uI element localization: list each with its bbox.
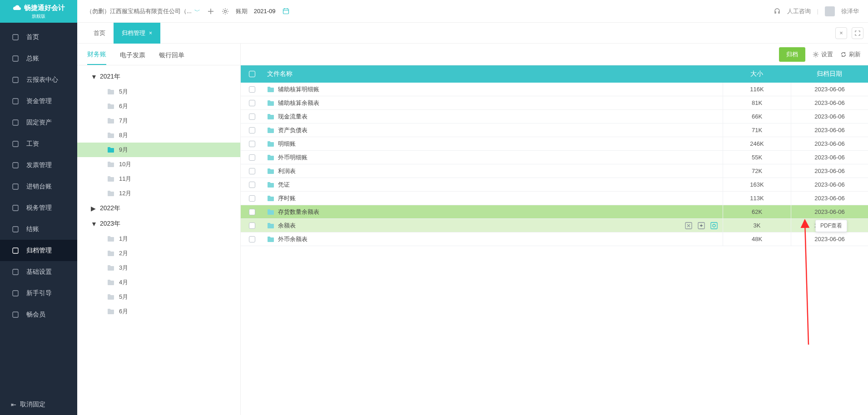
tab-archive[interactable]: 归档管理 × xyxy=(114,23,160,44)
sidebar-unpin[interactable]: ⇤ 取消固定 xyxy=(0,394,77,415)
refresh-icon xyxy=(840,51,847,58)
sidebar-item-fund[interactable]: 资金管理 xyxy=(0,90,77,112)
file-size: 116K xyxy=(723,83,791,96)
table-row[interactable]: 辅助核算余额表81K2023-06-06 xyxy=(241,96,868,110)
table-row[interactable]: 外币明细账55K2023-06-06 xyxy=(241,151,868,164)
row-checkbox[interactable] xyxy=(249,114,255,120)
table-row[interactable]: 利润表72K2023-06-06 xyxy=(241,164,868,178)
subtab-bank[interactable]: 银行回单 xyxy=(159,51,184,65)
consult-link[interactable]: 人工咨询 xyxy=(787,7,811,15)
sidebar-item-vip[interactable]: 畅会员 xyxy=(0,304,77,325)
tree-month-label: 5月 xyxy=(119,88,128,96)
pdf-download-icon[interactable] xyxy=(697,222,705,230)
table-row[interactable]: 凭证163K2023-06-06 xyxy=(241,178,868,192)
table-row[interactable]: 明细账246K2023-06-06 xyxy=(241,137,868,151)
sidebar-item-tax[interactable]: 税务管理 xyxy=(0,197,77,218)
table-row[interactable]: 辅助核算明细账116K2023-06-06 xyxy=(241,83,868,96)
row-checkbox[interactable] xyxy=(249,195,255,202)
folder-icon xyxy=(267,114,274,120)
tab-home[interactable]: 首页 xyxy=(85,23,114,44)
table-row[interactable]: 现金流量表66K2023-06-06 xyxy=(241,110,868,124)
archive-button[interactable]: 归档 xyxy=(779,47,805,62)
row-checkbox[interactable] xyxy=(249,168,255,174)
sidebar-item-stock[interactable]: 进销台账 xyxy=(0,176,77,197)
avatar[interactable] xyxy=(825,6,835,16)
tree-month-label: 12月 xyxy=(119,189,131,198)
row-checkbox[interactable] xyxy=(249,141,255,147)
sidebar-item-ledger[interactable]: 总账 xyxy=(0,48,77,69)
tree-month[interactable]: 5月 xyxy=(77,84,240,99)
settings-link[interactable]: 设置 xyxy=(813,50,833,59)
sidebar-item-guide[interactable]: 新手引导 xyxy=(0,282,77,304)
row-checkbox[interactable] xyxy=(249,222,255,229)
row-checkbox[interactable] xyxy=(249,100,255,106)
file-name: 序时账 xyxy=(278,194,296,203)
sidebar-item-close-period[interactable]: 结账 xyxy=(0,218,77,240)
sidebar-item-report[interactable]: 云报表中心 xyxy=(0,69,77,90)
tree-month[interactable]: 5月 xyxy=(77,290,240,304)
tree-month[interactable]: 2月 xyxy=(77,246,240,261)
table-row[interactable]: 序时账113K2023-06-06 xyxy=(241,192,868,205)
row-checkbox[interactable] xyxy=(249,127,255,133)
checkbox-all[interactable] xyxy=(249,71,255,77)
table-row[interactable]: 存货数量余额表62K2023-06-06 xyxy=(241,205,868,219)
fullscreen-icon[interactable] xyxy=(852,27,863,39)
excel-download-icon[interactable] xyxy=(684,222,693,230)
tree-month[interactable]: 6月 xyxy=(77,304,240,319)
tree-month[interactable]: 11月 xyxy=(77,172,240,186)
gear-icon[interactable] xyxy=(221,7,229,15)
company-selector[interactable]: （勿删）江西服宝精品有限责任公司（... ﹀ xyxy=(86,7,200,15)
tree-month-label: 10月 xyxy=(119,160,131,168)
table-row[interactable]: 外币余额表48K2023-06-06 xyxy=(241,232,868,246)
close-tab-button[interactable]: × xyxy=(835,27,847,39)
tree-month[interactable]: 9月 xyxy=(77,143,240,157)
sidebar-item-home[interactable]: 首页 xyxy=(0,26,77,48)
archive-date: 2023-06-06 xyxy=(791,96,868,109)
tree-month[interactable]: 4月 xyxy=(77,275,240,290)
tree-year[interactable]: ▼2023年 xyxy=(77,216,240,232)
tree-month[interactable]: 8月 xyxy=(77,128,240,143)
file-name: 利润表 xyxy=(278,167,296,175)
close-icon[interactable]: × xyxy=(149,30,152,36)
sidebar-item-salary[interactable]: 工资 xyxy=(0,133,77,154)
row-checkbox[interactable] xyxy=(249,236,255,242)
svg-point-14 xyxy=(224,10,226,12)
settings-label: 设置 xyxy=(821,50,833,59)
sidebar-item-invoice[interactable]: 发票管理 xyxy=(0,154,77,176)
folder-icon xyxy=(267,209,274,215)
table-row[interactable]: 资产负债表71K2023-06-06 xyxy=(241,124,868,137)
folder-icon xyxy=(267,236,274,242)
tree-year[interactable]: ▼2021年 xyxy=(77,69,240,84)
calendar-icon[interactable] xyxy=(282,7,290,15)
tree-year[interactable]: ▶2022年 xyxy=(77,201,240,216)
tree-month-label: 11月 xyxy=(119,175,131,183)
tree-month[interactable]: 6月 xyxy=(77,99,240,114)
archive-date: 2023-06-06 xyxy=(791,110,868,123)
tree-month[interactable]: 10月 xyxy=(77,157,240,172)
archive-icon xyxy=(11,246,20,255)
row-checkbox[interactable] xyxy=(249,86,255,93)
tree-month[interactable]: 3月 xyxy=(77,261,240,275)
user-name[interactable]: 徐泽华 xyxy=(841,7,859,15)
table-row[interactable]: 余额表3K2023-06-06 xyxy=(241,219,868,232)
period-value[interactable]: 2021-09 xyxy=(254,8,276,15)
row-checkbox[interactable] xyxy=(249,182,255,188)
subtab-einvoice[interactable]: 电子发票 xyxy=(120,51,145,65)
refresh-link[interactable]: 刷新 xyxy=(840,50,861,59)
sidebar-item-settings[interactable]: 基础设置 xyxy=(0,261,77,282)
row-checkbox[interactable] xyxy=(249,209,255,215)
sub-tabs: 财务账 电子发票 银行回单 xyxy=(77,44,240,65)
tree-month[interactable]: 12月 xyxy=(77,186,240,201)
add-icon[interactable] xyxy=(207,7,215,15)
folder-icon xyxy=(267,86,274,93)
tree-month[interactable]: 7月 xyxy=(77,114,240,128)
svg-rect-11 xyxy=(13,269,18,275)
sidebar-item-archive[interactable]: 归档管理 xyxy=(0,240,77,261)
subtab-financial[interactable]: 财务账 xyxy=(87,50,106,65)
row-checkbox[interactable] xyxy=(249,154,255,161)
sidebar-item-asset[interactable]: 固定资产 xyxy=(0,112,77,133)
tree-month[interactable]: 1月 xyxy=(77,232,240,246)
svg-rect-3 xyxy=(13,99,18,104)
file-table: 文件名称 大小 归档日期 辅助核算明细账116K2023-06-06辅助核算余额… xyxy=(241,65,868,415)
pdf-view-icon[interactable] xyxy=(710,222,718,230)
